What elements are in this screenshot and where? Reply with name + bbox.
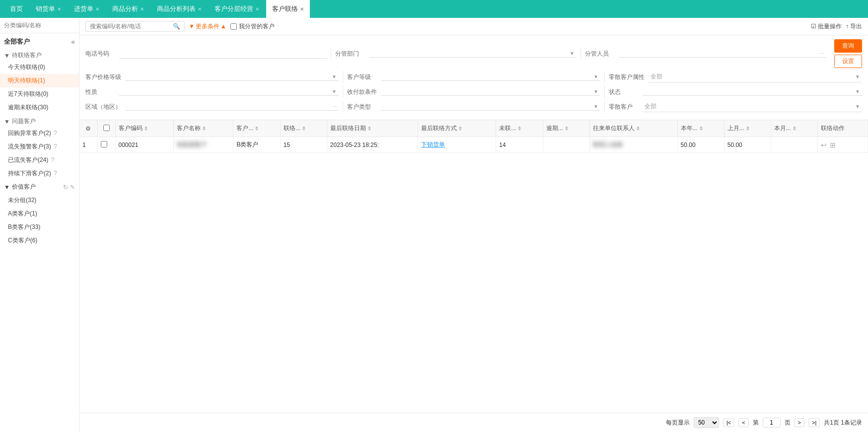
nav-product-analysis[interactable]: 商品分析 ✕ <box>106 0 150 18</box>
total-label: 共1页 1条记录 <box>824 419 862 427</box>
cell-overdue <box>543 137 589 153</box>
problem-arrow-icon: ▼ <box>4 118 10 125</box>
region-select[interactable]: ··· <box>125 103 339 111</box>
first-page-btn[interactable]: |< <box>723 418 734 427</box>
sidebar-item-churn-warning[interactable]: 流失预警客户(3) ? <box>0 140 79 153</box>
next-page-btn[interactable]: > <box>795 418 804 427</box>
grid-icon[interactable]: ⊞ <box>830 141 836 149</box>
contact-method-link[interactable]: 下销货单 <box>421 141 445 148</box>
nav-customer-contact[interactable]: 客户联络 ✕ <box>266 0 310 18</box>
this-year-sort-icon[interactable] <box>700 126 703 131</box>
help-icon-1: ? <box>54 143 57 150</box>
divider-2 <box>580 48 581 60</box>
nav-customer-tier[interactable]: 客户分层经营 ✕ <box>209 0 265 18</box>
scatter-attr-select[interactable]: 全部▼ <box>649 72 862 82</box>
setting-button[interactable]: 设置 <box>834 55 862 68</box>
per-page-label: 每页显示 <box>666 419 690 427</box>
col-this-year: 本年... <box>677 120 724 137</box>
nature-select[interactable]: ▼ <box>119 88 339 96</box>
code-sort-icon[interactable] <box>145 126 147 131</box>
filter-icon: ▼ <box>189 23 195 30</box>
last-page-btn[interactable]: >| <box>808 418 820 427</box>
uncontacted-sort-icon[interactable] <box>518 126 521 131</box>
manager-select[interactable]: ··· <box>619 50 826 58</box>
nav-close-product-analysis[interactable]: ✕ <box>140 6 144 12</box>
my-customers-checkbox[interactable] <box>230 23 237 30</box>
nav-sales-order[interactable]: 销货单 ✕ <box>30 0 67 18</box>
reply-icon[interactable]: ↩ <box>821 141 827 149</box>
page-input[interactable] <box>763 418 781 428</box>
search-icon[interactable]: 🔍 <box>173 23 180 30</box>
sidebar-item-abnormal-repurchase[interactable]: 回购异常客户(2) ? <box>0 127 79 140</box>
sidebar-item-churned[interactable]: 已流失客户(24) ? <box>0 153 79 167</box>
action-icons: ↩ ⊞ <box>821 141 865 149</box>
name-sort-icon[interactable] <box>203 126 206 131</box>
phone-input[interactable] <box>119 49 327 59</box>
nav-close-sales-order[interactable]: ✕ <box>57 6 61 12</box>
my-customers-filter[interactable]: 我分管的客户 <box>230 22 275 31</box>
more-conditions-btn[interactable]: ▼ 更多条件 ▲ <box>189 22 226 31</box>
nav-purchase-order[interactable]: 进货单 ✕ <box>68 0 105 18</box>
divider-6 <box>604 86 605 98</box>
batch-ops-btn[interactable]: ☑ 批量操作 <box>811 22 842 31</box>
cell-last-contact-date: 2023-05-23 18:25: <box>327 137 418 153</box>
cell-checkbox[interactable] <box>97 137 115 153</box>
filter-field-phone: 电话号码 <box>85 49 327 59</box>
contacts-sort-icon[interactable] <box>302 126 305 131</box>
sidebar-all-customers-label: 全部客户 <box>4 37 30 46</box>
export-btn[interactable]: ↑ 导出 <box>846 22 862 31</box>
sidebar-item-class-a[interactable]: A类客户(1) <box>0 207 79 220</box>
filter-row-4: 区域（地区） ··· 客户类型 ▼ 零散客户 全部▼ <box>85 101 862 113</box>
batch-checkbox-icon: ☑ <box>811 23 816 30</box>
customer-grade-select[interactable]: ▼ <box>381 73 600 81</box>
customer-table: ⚙ 客户编码 客户名称 <box>79 120 868 153</box>
method-sort-icon[interactable] <box>459 126 462 131</box>
sidebar-item-7days-pending[interactable]: 近7天待联络(0) <box>0 87 79 101</box>
unit-contact-sort-icon[interactable] <box>637 126 640 131</box>
sidebar-item-ungrouped[interactable]: 未分组(32) <box>0 194 79 207</box>
this-month-sort-icon[interactable] <box>793 126 796 131</box>
dept-select[interactable]: ▼ <box>369 50 577 58</box>
page-label: 第 <box>753 419 759 427</box>
customer-type-select[interactable]: ▼ <box>381 103 600 111</box>
page-size-select[interactable]: 50 100 200 <box>694 417 719 428</box>
value-edit-icon[interactable]: ✎ <box>70 184 75 191</box>
nav-close-customer-contact[interactable]: ✕ <box>300 6 304 12</box>
last-month-sort-icon[interactable] <box>746 126 749 131</box>
col-settings[interactable]: ⚙ <box>79 120 97 137</box>
status-select[interactable]: ▼ <box>643 88 862 96</box>
nav-home[interactable]: 首页 <box>4 0 29 18</box>
cell-index: 1 <box>79 137 97 153</box>
col-action: 联络动作 <box>818 120 868 137</box>
nav-close-product-analysis-list[interactable]: ✕ <box>198 6 202 12</box>
sidebar-item-class-b[interactable]: B类客户(33) <box>0 220 79 234</box>
price-level-select[interactable]: ▼ <box>125 73 339 81</box>
sidebar-item-declining[interactable]: 持续下滑客户(2) ? <box>0 167 79 180</box>
filter-field-payment: 收付款条件 ▼ <box>347 88 600 96</box>
sidebar-collapse-btn[interactable]: « <box>71 38 75 46</box>
scatter-customer-select[interactable]: 全部▼ <box>643 101 862 112</box>
col-checkbox[interactable] <box>97 120 115 137</box>
query-button[interactable]: 查询 <box>834 39 862 53</box>
payment-select[interactable]: ▼ <box>381 88 600 96</box>
select-all-checkbox[interactable] <box>103 125 110 131</box>
nav-close-purchase-order[interactable]: ✕ <box>95 6 99 12</box>
prev-page-btn[interactable]: < <box>738 418 748 427</box>
page-suffix: 页 <box>785 419 791 427</box>
sidebar-item-today-pending[interactable]: 今天待联络(0) <box>0 61 79 74</box>
col-overdue: 逾期... <box>543 120 589 137</box>
sidebar-search-input[interactable] <box>4 22 78 29</box>
row-checkbox[interactable] <box>101 141 107 147</box>
date-sort-icon[interactable] <box>368 126 371 131</box>
category-sort-icon[interactable] <box>255 126 258 131</box>
value-refresh-icon[interactable]: ↻ <box>63 184 68 191</box>
nav-close-customer-tier[interactable]: ✕ <box>255 6 259 12</box>
search-input[interactable] <box>90 23 173 30</box>
sidebar-item-overdue-pending[interactable]: 逾期未联络(30) <box>0 101 79 114</box>
overdue-sort-icon[interactable] <box>565 126 568 131</box>
sidebar-item-class-c[interactable]: C类客户(6) <box>0 234 79 247</box>
sidebar-item-tomorrow-pending[interactable]: 明天待联络(1) <box>0 74 79 87</box>
nav-product-analysis-list[interactable]: 商品分析列表 ✕ <box>151 0 208 18</box>
sidebar-section-value: ▼ 价值客户 ↻ ✎ <box>0 180 79 194</box>
filter-row-3: 性质 ▼ 收付款条件 ▼ 状态 ▼ <box>85 86 862 98</box>
